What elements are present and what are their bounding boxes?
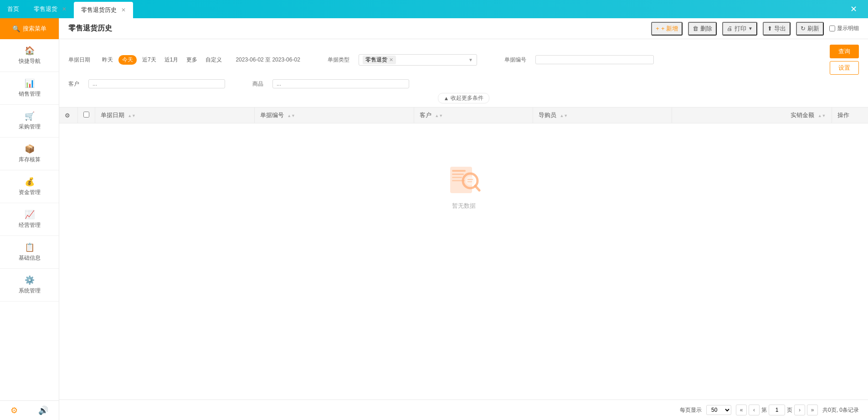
voucher-type-tag-close[interactable]: ✕ (389, 57, 393, 63)
total-info: 共0页, 0条记录 (822, 406, 859, 414)
next-page-button[interactable]: › (794, 405, 805, 415)
th-amount-label: 实销金额 (791, 112, 814, 118)
collapse-row: ▲ 收起更多条件 (68, 93, 859, 103)
th-no[interactable]: 单据编号 ▲▼ (254, 108, 414, 123)
sidebar-item-operation[interactable]: 📈 经营管理 (0, 203, 59, 236)
print-icon: 🖨 (727, 25, 733, 32)
th-guide[interactable]: 导购员 ▲▼ (533, 108, 672, 123)
voucher-no-input[interactable] (539, 56, 650, 63)
no-data-row: 暂无数据 (59, 123, 868, 247)
sidebar-item-inventory[interactable]: 📦 库存核算 (0, 138, 59, 170)
filter-panel: 单据日期 昨天 今天 近7天 近1月 更多 自定义 2023-06-02 至 2… (59, 39, 868, 108)
print-button[interactable]: 🖨 打印 ▼ (722, 22, 757, 36)
per-page-label: 每页显示 (680, 406, 702, 414)
delete-button[interactable]: 🗑 删除 (688, 22, 717, 36)
prev-page-button[interactable]: ‹ (749, 405, 760, 415)
collapse-button[interactable]: ▲ 收起更多条件 (438, 93, 490, 103)
page-input[interactable] (769, 405, 785, 415)
sidebar-item-sales-mgmt-label: 销售管理 (19, 90, 41, 98)
date-option-1month[interactable]: 近1月 (162, 55, 181, 65)
date-option-today[interactable]: 今天 (118, 55, 137, 65)
settings-bottom-icon[interactable]: ⚙ (10, 405, 18, 415)
refresh-button[interactable]: ↻ 刷新 (796, 22, 824, 36)
page-label: 第 (761, 406, 767, 414)
last-page-button[interactable]: » (807, 405, 818, 415)
svg-rect-2 (452, 174, 464, 175)
display-detail-checkbox[interactable]: 显示明细 (829, 25, 859, 32)
export-button[interactable]: ⬆ 导出 (763, 22, 791, 36)
display-detail-input[interactable] (829, 26, 835, 31)
display-detail-label: 显示明细 (837, 25, 859, 32)
volume-icon[interactable]: 🔊 (38, 405, 48, 415)
th-customer-sort: ▲▼ (435, 113, 443, 118)
add-button-label: + 新增 (661, 25, 678, 33)
export-icon: ⬆ (767, 25, 772, 32)
tab-retail-return-close[interactable]: ✕ (62, 6, 67, 12)
customer-input[interactable] (92, 81, 221, 87)
topbar-right: ✕ (847, 4, 868, 14)
first-page-button[interactable]: « (736, 405, 747, 415)
filter-row-1: 单据日期 昨天 今天 近7天 近1月 更多 自定义 2023-06-02 至 2… (68, 45, 859, 75)
refresh-button-label: 刷新 (807, 25, 819, 33)
print-dropdown-icon: ▼ (748, 26, 753, 31)
add-icon: + (656, 25, 659, 32)
sidebar-bottom: ⚙ 🔊 (0, 400, 59, 420)
th-guide-label: 导购员 (539, 112, 556, 118)
quick-nav-icon: 🏠 (25, 46, 35, 56)
date-option-custom[interactable]: 自定义 (203, 55, 225, 65)
tab-home[interactable]: 首页 (0, 0, 26, 18)
select-all-checkbox[interactable] (83, 112, 89, 118)
sidebar-item-sales-mgmt[interactable]: 📊 销售管理 (0, 72, 59, 105)
th-no-label: 单据编号 (260, 112, 284, 118)
top-bar: 首页 零售退货 ✕ 零售退货历史 ✕ ✕ (0, 0, 868, 18)
page-actions: + + 新增 🗑 删除 🖨 打印 ▼ ⬆ 导出 ↻ (651, 22, 859, 36)
th-date[interactable]: 单据日期 ▲▼ (95, 108, 254, 123)
voucher-type-select[interactable]: 零售退货 ✕ ▼ (359, 54, 477, 66)
voucher-no-label: 单据编号 (504, 56, 526, 64)
sidebar-item-quick-nav[interactable]: 🏠 快捷导航 (0, 39, 59, 72)
pagination-nav: « ‹ 第 页 › » (736, 405, 818, 415)
date-options: 昨天 今天 近7天 近1月 更多 自定义 (99, 55, 225, 65)
tab-list: 首页 零售退货 ✕ 零售退货历史 ✕ (0, 0, 847, 18)
date-range-display: 2023-06-02 至 2023-06-02 (236, 56, 300, 64)
sidebar-item-system-mgmt[interactable]: ⚙️ 系统管理 (0, 269, 59, 302)
page-header: 零售退货历史 + + 新增 🗑 删除 🖨 打印 ▼ ⬆ 导出 (59, 18, 868, 39)
add-button[interactable]: + + 新增 (651, 22, 683, 36)
svg-point-6 (466, 176, 475, 185)
goods-input[interactable] (277, 81, 405, 87)
th-action-label: 操作 (837, 112, 849, 118)
window-close-button[interactable]: ✕ (847, 4, 861, 14)
voucher-date-label: 单据日期 (68, 56, 90, 64)
tab-retail-return-history[interactable]: 零售退货历史 ✕ (74, 2, 133, 18)
sidebar-item-purchase-mgmt[interactable]: 🛒 采购管理 (0, 105, 59, 138)
action-buttons-right: 查询 设置 (830, 45, 859, 75)
no-data-cell: 暂无数据 (59, 123, 868, 247)
customer-input-wrap (88, 79, 225, 88)
th-amount[interactable]: 实销金额 ▲▼ (672, 108, 832, 123)
sidebar-search[interactable]: 🔍 搜索菜单 (0, 18, 59, 39)
voucher-no-input-wrap (535, 55, 654, 64)
sidebar-item-basic-info-label: 基础信息 (19, 254, 41, 262)
sidebar-item-quick-nav-label: 快捷导航 (19, 57, 41, 65)
sidebar-search-label: 搜索菜单 (23, 25, 46, 33)
sidebar-item-basic-info[interactable]: 📋 基础信息 (0, 236, 59, 269)
sidebar-item-inventory-label: 库存核算 (19, 156, 41, 164)
goods-input-wrap (272, 79, 409, 88)
query-button[interactable]: 查询 (830, 45, 859, 58)
date-option-yesterday[interactable]: 昨天 (99, 55, 116, 65)
sidebar-item-system-mgmt-label: 系统管理 (19, 287, 41, 295)
per-page-select[interactable]: 10 20 50 100 (706, 405, 731, 415)
date-option-7days[interactable]: 近7天 (139, 55, 159, 65)
page-suffix: 页 (787, 406, 792, 414)
tab-retail-return-history-close[interactable]: ✕ (121, 7, 126, 13)
th-customer[interactable]: 客户 ▲▼ (414, 108, 533, 123)
tab-retail-return[interactable]: 零售退货 ✕ (26, 0, 74, 18)
operation-icon: 📈 (25, 210, 35, 220)
sidebar-item-finance[interactable]: 💰 资金管理 (0, 170, 59, 203)
th-checkbox[interactable] (77, 108, 95, 123)
filter-row-2: 客户 商品 (68, 79, 859, 88)
no-data-text: 暂无数据 (452, 202, 476, 210)
date-option-more[interactable]: 更多 (184, 55, 200, 65)
th-settings[interactable]: ⚙ (59, 108, 77, 123)
set-button[interactable]: 设置 (830, 61, 859, 75)
